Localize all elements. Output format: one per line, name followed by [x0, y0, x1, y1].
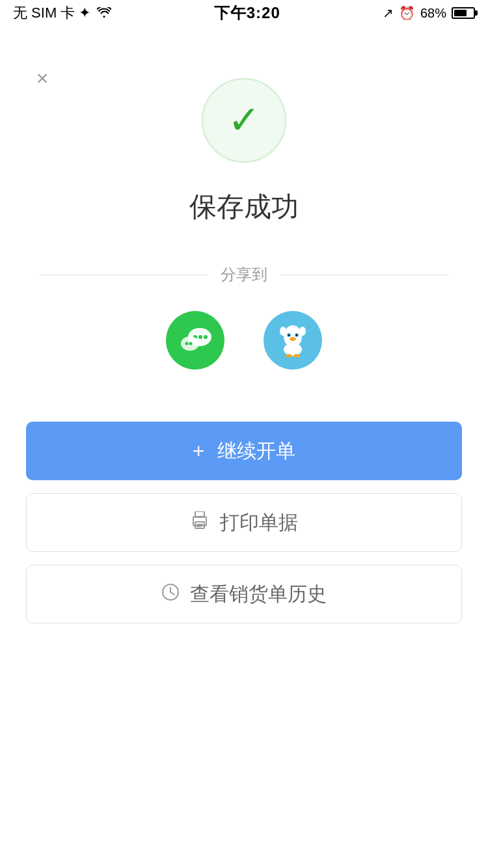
svg-line-25: [170, 592, 174, 595]
qq-icon: [278, 323, 308, 357]
location-icon: ↗: [383, 5, 394, 21]
status-left: 无 SIM 卡 ✦: [13, 3, 111, 23]
status-bar: 无 SIM 卡 ✦ 下午3:20 ↗ ⏰ 68%: [0, 0, 488, 26]
alarm-icon: ⏰: [399, 5, 415, 21]
checkmark-icon: ✓: [228, 101, 260, 140]
continue-button[interactable]: + 继续开单: [26, 422, 462, 480]
sim-status: 无 SIM 卡 ✦: [13, 3, 90, 23]
share-icons: [166, 311, 322, 370]
divider-right: [280, 275, 449, 275]
close-icon: ×: [36, 66, 49, 90]
svg-point-14: [299, 327, 306, 336]
svg-rect-21: [197, 524, 203, 525]
main-content: × ✓ 保存成功 分享到: [0, 26, 488, 868]
continue-label: 继续开单: [217, 438, 295, 465]
share-section: 分享到: [0, 264, 488, 285]
svg-point-3: [204, 335, 208, 339]
wifi-icon: [97, 5, 111, 21]
svg-point-10: [288, 334, 290, 336]
battery-icon: [452, 7, 475, 19]
svg-point-13: [280, 327, 286, 336]
success-indicator: ✓: [202, 78, 286, 163]
wechat-share-button[interactable]: [166, 311, 224, 370]
history-button[interactable]: 查看销货单历史: [26, 565, 462, 623]
clock-icon: [161, 583, 180, 606]
svg-point-11: [296, 334, 298, 336]
plus-icon: +: [193, 439, 205, 463]
svg-point-5: [185, 342, 189, 346]
svg-point-2: [198, 335, 202, 339]
print-button[interactable]: 打印单据: [26, 493, 462, 552]
printer-icon: [190, 511, 210, 534]
divider-left: [39, 275, 208, 275]
qq-share-button[interactable]: [264, 311, 322, 370]
action-buttons: + 继续开单 打印单据: [0, 422, 488, 623]
svg-point-15: [284, 343, 302, 356]
share-label: 分享到: [208, 264, 280, 285]
svg-point-6: [189, 342, 193, 346]
svg-point-12: [290, 337, 296, 341]
status-right: ↗ ⏰ 68%: [383, 5, 475, 21]
wechat-icon: [177, 325, 213, 355]
svg-rect-22: [197, 526, 201, 527]
battery-percent: 68%: [420, 6, 446, 21]
close-button[interactable]: ×: [26, 62, 59, 94]
success-title: 保存成功: [189, 189, 299, 225]
print-label: 打印单据: [220, 509, 298, 536]
status-time: 下午3:20: [214, 3, 280, 23]
history-label: 查看销货单历史: [190, 581, 327, 608]
